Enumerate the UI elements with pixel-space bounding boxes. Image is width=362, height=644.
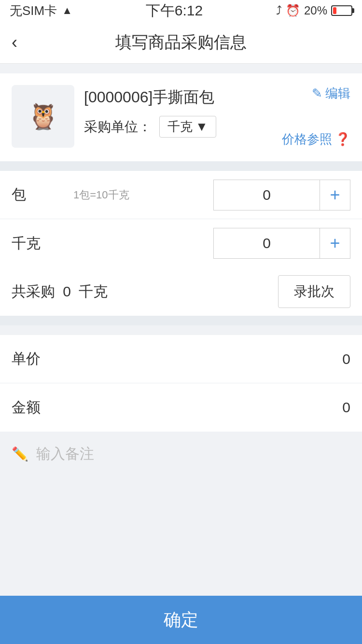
edit-label: 编辑 — [325, 85, 350, 102]
amount-value: 0 — [342, 399, 350, 416]
kg-quantity-input[interactable] — [213, 228, 320, 259]
unit-value: 千克 — [167, 118, 193, 135]
status-time: 下午6:12 — [146, 1, 203, 21]
page-title: 填写商品采购信息 — [115, 31, 247, 54]
bag-sublabel: 1包=10千克 — [73, 188, 129, 202]
kg-input-row: 千克 + — [0, 219, 362, 267]
bag-label: 包 — [12, 185, 70, 205]
status-left: 无SIM卡 ▲ — [10, 2, 72, 19]
section-divider-2 — [0, 316, 362, 325]
help-icon: ❓ — [335, 132, 350, 147]
record-batch-button[interactable]: 录批次 — [278, 275, 350, 308]
amount-row: 金额 0 — [0, 383, 362, 432]
status-bar: 无SIM卡 ▲ 下午6:12 ⤴ ⏰ 20% — [0, 0, 362, 21]
pencil-icon: ✏️ — [12, 446, 28, 462]
kg-label: 千克 — [12, 234, 70, 253]
product-info: [0000006]手撕面包 采购单位： 千克 ▼ — [84, 85, 350, 138]
price-ref-button[interactable]: 价格参照 ❓ — [282, 131, 350, 148]
notes-section[interactable]: ✏️ 输入备注 — [0, 432, 362, 476]
amount-label: 金额 — [12, 398, 41, 418]
summary-quantity: 0 — [63, 283, 71, 299]
summary-prefix: 共采购 — [12, 283, 55, 299]
carrier-label: 无SIM卡 — [10, 2, 57, 19]
info-section: 单价 0 金额 0 — [0, 335, 362, 432]
product-card: 🦉 [0000006]手撕面包 采购单位： 千克 ▼ ✎ 编辑 价格参照 ❓ — [0, 73, 362, 161]
alarm-icon: ⏰ — [286, 4, 300, 17]
notes-placeholder: 输入备注 — [36, 444, 94, 464]
edit-button[interactable]: ✎ 编辑 — [312, 85, 350, 102]
wifi-icon: ▲ — [62, 4, 72, 17]
battery-icon — [331, 5, 352, 16]
kg-plus-button[interactable]: + — [320, 228, 350, 259]
bag-plus-button[interactable]: + — [320, 180, 350, 210]
unit-select[interactable]: 千克 ▼ — [159, 116, 216, 138]
product-name: [0000006]手撕面包 — [84, 87, 350, 108]
confirm-button[interactable]: 确定 — [0, 596, 362, 644]
battery-percent: 20% — [304, 4, 327, 17]
summary-row: 共采购 0 千克 录批次 — [0, 267, 362, 316]
location-icon: ⤴ — [276, 4, 282, 17]
unit-price-label: 单价 — [12, 349, 41, 369]
kg-input-wrapper: + — [213, 228, 350, 259]
status-right: ⤴ ⏰ 20% — [276, 4, 352, 17]
bag-quantity-input[interactable] — [213, 180, 320, 210]
nav-bar: ‹ 填写商品采购信息 — [0, 21, 362, 64]
product-image: 🦉 — [12, 85, 74, 148]
summary-text: 共采购 0 千克 — [12, 282, 108, 302]
unit-price-value: 0 — [342, 351, 350, 367]
input-section: 包 1包=10千克 + 千克 + — [0, 171, 362, 267]
product-logo-icon: 🦉 — [28, 102, 59, 131]
bag-input-row: 包 1包=10千克 + — [0, 171, 362, 219]
bag-input-wrapper: + — [213, 180, 350, 210]
price-ref-label: 价格参照 — [282, 131, 332, 148]
unit-price-row: 单价 0 — [0, 335, 362, 383]
edit-icon: ✎ — [312, 86, 322, 101]
summary-unit: 千克 — [79, 283, 108, 299]
dropdown-icon: ▼ — [195, 119, 208, 134]
section-divider-1 — [0, 161, 362, 171]
unit-label: 采购单位： — [84, 118, 152, 136]
back-button[interactable]: ‹ — [12, 32, 17, 53]
